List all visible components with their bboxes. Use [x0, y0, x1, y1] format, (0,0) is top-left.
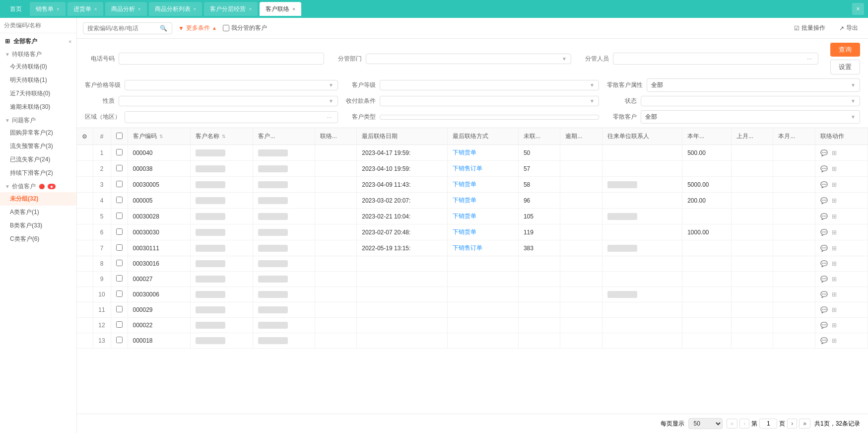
tab-customer-segment-close[interactable]: × [249, 6, 252, 12]
pending-group-header[interactable]: ▼ 待联络客户 [0, 48, 76, 60]
value-group-header[interactable]: ▼ 价值客户 🔴 ● [0, 180, 76, 192]
row-select-checkbox[interactable] [116, 149, 123, 155]
row-last-contact-method[interactable] [448, 333, 519, 349]
row-last-contact-method[interactable] [448, 272, 519, 287]
sidebar-item-tomorrow[interactable]: 明天待联络(1) [0, 73, 76, 87]
row-checkbox[interactable] [111, 224, 128, 240]
row-last-contact-method[interactable] [448, 256, 519, 272]
main-search-icon[interactable]: 🔍 [160, 25, 167, 32]
nav-window-close[interactable]: × [852, 3, 864, 15]
sidebar-item-overdue[interactable]: 逾期未联络(30) [0, 100, 76, 114]
sidebar-item-7days[interactable]: 近7天待联络(0) [0, 87, 76, 100]
col-settings[interactable]: ⚙ [77, 128, 93, 145]
tab-sales-close[interactable]: × [57, 6, 60, 12]
sidebar-item-class-a[interactable]: A类客户(1) [0, 206, 76, 219]
query-btn[interactable]: 查询 [830, 43, 860, 57]
tab-customer-segment[interactable]: 客户分层经营 × [204, 2, 258, 16]
row-checkbox[interactable] [111, 193, 128, 209]
action-chat-icon[interactable]: 💬 [820, 260, 828, 267]
all-customers-header[interactable]: ⊞ 全部客户 « [0, 33, 76, 48]
tab-product-analysis[interactable]: 商品分析 × [105, 2, 147, 16]
tab-product-analysis-list[interactable]: 商品分析列表 × [149, 2, 202, 16]
my-customer-checkbox[interactable] [223, 25, 229, 31]
tab-customer-contact[interactable]: 客户联络 × [260, 2, 301, 16]
filter-phone-input[interactable] [119, 53, 324, 65]
export-btn[interactable]: ↗ 导出 [835, 22, 862, 34]
next-page-btn[interactable]: › [787, 419, 797, 429]
action-chat-icon[interactable]: 💬 [820, 165, 828, 172]
tab-product-analysis-list-close[interactable]: × [194, 6, 197, 12]
action-chat-icon[interactable]: 💬 [820, 276, 828, 283]
first-page-btn[interactable]: « [727, 419, 738, 429]
row-checkbox[interactable] [111, 318, 128, 333]
select-all-checkbox[interactable] [116, 133, 123, 139]
row-last-contact-method[interactable] [448, 318, 519, 333]
main-search-input[interactable] [87, 25, 157, 32]
row-select-checkbox[interactable] [116, 165, 123, 171]
action-grid-icon[interactable]: ⊞ [832, 229, 837, 236]
filter-status-select[interactable]: ▼ [641, 96, 860, 106]
row-checkbox[interactable] [111, 240, 128, 256]
action-grid-icon[interactable]: ⊞ [832, 245, 837, 252]
col-this-year[interactable]: 本年... [682, 128, 732, 145]
sidebar-item-churned[interactable]: 已流失客户(24) [0, 153, 76, 166]
row-select-checkbox[interactable] [116, 260, 123, 266]
row-select-checkbox[interactable] [116, 306, 123, 312]
action-chat-icon[interactable]: 💬 [820, 322, 828, 329]
row-select-checkbox[interactable] [116, 337, 123, 343]
col-last-month[interactable]: 上月... [732, 128, 773, 145]
col-name[interactable]: 客户名称 ⇅ [190, 128, 253, 145]
row-checkbox[interactable] [111, 145, 128, 161]
sidebar-item-abnormal[interactable]: 固购异常客户(2) [0, 126, 76, 140]
prev-page-btn[interactable]: ‹ [739, 419, 749, 429]
col-customer-type[interactable]: 客户... [253, 128, 315, 145]
filter-nature-select[interactable]: ▼ [119, 96, 338, 106]
row-select-checkbox[interactable] [116, 197, 123, 203]
row-last-contact-method[interactable]: 下销货单 [448, 177, 519, 193]
row-last-contact-method[interactable] [448, 287, 519, 302]
sidebar-item-churn-warning[interactable]: 流失预警客户(3) [0, 140, 76, 153]
row-select-checkbox[interactable] [116, 228, 123, 235]
col-last-contact-date[interactable]: 最后联络日期 [357, 128, 448, 145]
action-chat-icon[interactable]: 💬 [820, 306, 828, 313]
batch-op-btn[interactable]: ☑ 批量操作 [790, 22, 829, 34]
filter-region-select[interactable]: ··· [125, 111, 338, 123]
action-grid-icon[interactable]: ⊞ [832, 306, 837, 313]
row-last-contact-method[interactable]: 下销售订单 [448, 240, 519, 256]
row-last-contact-method[interactable]: 下销售订单 [448, 161, 519, 177]
filter-staff-dots[interactable]: ··· [805, 55, 814, 62]
action-grid-icon[interactable]: ⊞ [832, 213, 837, 220]
filter-price-level-select[interactable]: ▼ [125, 80, 338, 90]
filter-payment-select[interactable]: ▼ [380, 96, 599, 106]
filter-staff-select[interactable]: ··· [613, 53, 818, 65]
filter-region-dots[interactable]: ··· [325, 114, 334, 121]
col-code[interactable]: 客户编码 ⇅ [128, 128, 190, 145]
more-filter-btn[interactable]: ▼ 更多条件 ▲ [178, 24, 217, 32]
page-size-select[interactable]: 50 20 100 [688, 418, 723, 429]
action-grid-icon[interactable]: ⊞ [832, 291, 837, 298]
sidebar-item-today[interactable]: 今天待联络(0) [0, 60, 76, 73]
action-chat-icon[interactable]: 💬 [820, 337, 828, 344]
filter-dept-select[interactable]: ▼ [366, 54, 571, 64]
reset-btn[interactable]: 设置 [830, 60, 860, 74]
row-checkbox[interactable] [111, 256, 128, 272]
tab-purchase[interactable]: 进货单 × [67, 2, 103, 16]
row-last-contact-method[interactable]: 下销货单 [448, 145, 519, 161]
col-company-contact[interactable]: 往来单位联系人 [602, 128, 682, 145]
row-checkbox[interactable] [111, 333, 128, 349]
action-grid-icon[interactable]: ⊞ [832, 197, 837, 204]
row-checkbox[interactable] [111, 287, 128, 302]
tab-purchase-close[interactable]: × [94, 6, 97, 12]
action-grid-icon[interactable]: ⊞ [832, 165, 837, 172]
action-chat-icon[interactable]: 💬 [820, 291, 828, 298]
all-customers-collapse-icon[interactable]: « [68, 39, 71, 44]
action-chat-icon[interactable]: 💬 [820, 149, 828, 156]
row-select-checkbox[interactable] [116, 181, 123, 187]
row-select-checkbox[interactable] [116, 213, 123, 219]
row-checkbox[interactable] [111, 272, 128, 287]
problem-group-header[interactable]: ▼ 问题客户 [0, 114, 76, 126]
row-last-contact-method[interactable]: 下销货单 [448, 209, 519, 224]
sidebar-item-declining[interactable]: 持续下滑客户(2) [0, 166, 76, 180]
action-grid-icon[interactable]: ⊞ [832, 149, 837, 156]
tab-customer-contact-close[interactable]: × [292, 6, 295, 12]
